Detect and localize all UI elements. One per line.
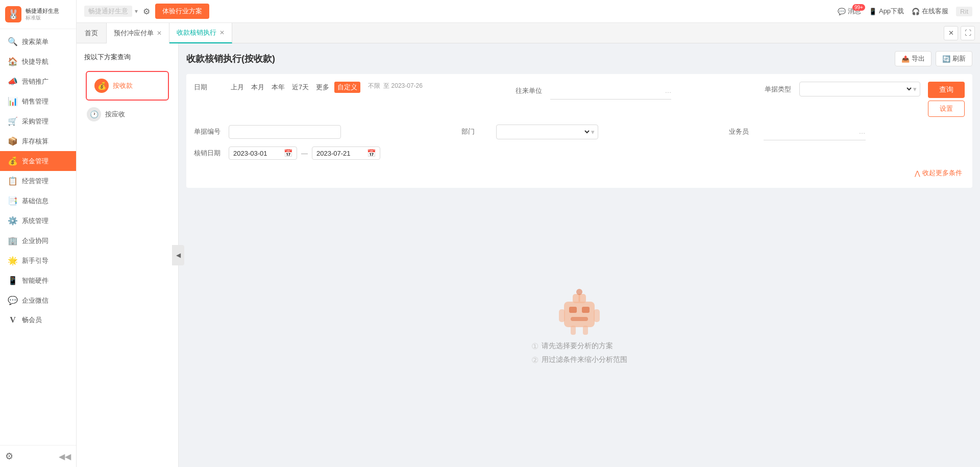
svg-rect-5 <box>594 309 600 322</box>
system-icon: ⚙️ <box>8 216 18 226</box>
sidebar-menu: 🔍 搜索菜单 🏠 快捷导航 📣 营销推广 📊 销售管理 🛒 采购管理 📦 库存核… <box>0 29 76 445</box>
search-menu-icon: 🔍 <box>8 37 18 46</box>
counterparty-input[interactable] <box>550 84 665 97</box>
by-receipt-icon: 💰 <box>94 79 109 93</box>
sidebar-item-system[interactable]: ⚙️ 系统管理 <box>0 211 76 231</box>
date-label: 日期 <box>194 83 225 92</box>
sidebar-item-label: 搜索菜单 <box>22 37 48 46</box>
verify-end-input[interactable] <box>316 150 365 157</box>
sidebar-item-search-menu[interactable]: 🔍 搜索菜单 <box>0 32 76 52</box>
sidebar-item-label: 库存核算 <box>22 137 48 146</box>
sidebar-item-marketing[interactable]: 📣 营销推广 <box>0 71 76 91</box>
logo-icon: 🐰 <box>5 6 21 22</box>
form-row-2: 单据编号 部门 ▾ <box>194 123 965 140</box>
shortcut-custom[interactable]: 自定义 <box>334 82 360 93</box>
dept-select[interactable] <box>497 125 591 139</box>
shortcut-this-year[interactable]: 本年 <box>270 82 287 93</box>
topbar-logo: 畅捷通好生意 ▾ <box>84 6 138 17</box>
sidebar-item-sales[interactable]: 📊 销售管理 <box>0 91 76 111</box>
empty-tip-2: ② 用过滤条件来缩小分析范围 <box>531 355 627 365</box>
message-badge: 99+ <box>852 4 865 11</box>
basic-info-icon: 📑 <box>8 196 18 206</box>
sidebar-item-label: 经营管理 <box>22 177 48 186</box>
sidebar-item-enterprise[interactable]: 🏢 企业协同 <box>0 231 76 251</box>
filter-panel: 按以下方案查询 ◀ 💰 按收款 🕐 按应收 <box>77 43 179 467</box>
verify-start-input[interactable] <box>233 150 282 157</box>
filter-option-label: 按应收 <box>105 110 125 119</box>
tab-home[interactable]: 首页 <box>77 23 107 43</box>
collapse-label: 收起更多条件 <box>922 168 962 178</box>
tab-prepay-close[interactable]: ✕ <box>157 30 162 37</box>
sidebar-item-smart-hw[interactable]: 📱 智能硬件 <box>0 271 76 290</box>
filter-option-by-receivable[interactable]: 🕐 按应收 <box>82 103 173 126</box>
tab-receipt-close[interactable]: ✕ <box>219 29 225 36</box>
topbar-logo-text: 畅捷通好生意 <box>84 6 132 17</box>
topbar-message[interactable]: 💬 消息 99+ <box>838 7 861 16</box>
tab-fullscreen-btn[interactable]: ⛶ <box>961 26 975 40</box>
filter-panel-title: 按以下方案查询 <box>77 48 178 66</box>
page-content: 按以下方案查询 ◀ 💰 按收款 🕐 按应收 收款核销执行(按收款) <box>77 43 980 467</box>
quick-nav-icon: 🏠 <box>8 57 18 66</box>
export-btn[interactable]: 📤 导出 <box>895 51 932 66</box>
topbar-gear-icon[interactable]: ⚙ <box>143 7 150 16</box>
refresh-icon: 🔄 <box>942 55 950 63</box>
topbar-user[interactable]: Rit <box>956 7 972 16</box>
filter-options: 💰 按收款 🕐 按应收 <box>77 66 178 128</box>
verify-start-calendar-icon[interactable]: 📅 <box>284 149 292 157</box>
industry-btn[interactable]: 体验行业方案 <box>155 4 209 19</box>
filter-panel-collapse-btn[interactable]: ◀ <box>172 245 184 265</box>
topbar-app-download[interactable]: 📱 App下载 <box>869 7 904 16</box>
verify-date-label: 核销日期 <box>194 149 225 158</box>
staff-label: 业务员 <box>729 127 760 136</box>
shortcut-7days[interactable]: 近7天 <box>290 82 311 93</box>
sidebar-item-operation[interactable]: 📋 经营管理 <box>0 171 76 191</box>
settings-icon[interactable]: ⚙ <box>5 451 13 462</box>
sidebar-item-inventory[interactable]: 📦 库存核算 <box>0 131 76 151</box>
sidebar-item-guide[interactable]: 🌟 新手引导 <box>0 251 76 271</box>
sidebar-item-label: 基础信息 <box>22 196 48 206</box>
tab-close-all-btn[interactable]: ✕ <box>944 26 958 40</box>
topbar-chevron-icon[interactable]: ▾ <box>135 8 138 15</box>
dept-label: 部门 <box>461 127 492 136</box>
sidebar-item-finance[interactable]: 💰 资金管理 <box>0 151 76 171</box>
sidebar-item-wechat[interactable]: 💬 企业微信 <box>0 290 76 310</box>
sidebar-item-quick-nav[interactable]: 🏠 快捷导航 <box>0 52 76 71</box>
sidebar-item-label: 企业协同 <box>22 236 48 245</box>
bill-no-input[interactable] <box>229 125 341 139</box>
verify-end-wrap: 📅 <box>312 146 380 160</box>
topbar-service[interactable]: 🎧 在线客服 <box>912 7 948 16</box>
empty-tip-1-text: 请先选择要分析的方案 <box>542 341 613 351</box>
verify-start-wrap: 📅 <box>229 146 297 160</box>
service-label: 在线客服 <box>922 7 948 16</box>
settings-btn[interactable]: 设置 <box>928 101 965 117</box>
shortcut-more[interactable]: 更多 <box>314 82 331 93</box>
bill-type-select[interactable] <box>800 82 913 96</box>
collapse-more-btn[interactable]: ⋀ 收起更多条件 <box>912 166 965 180</box>
topbar-right: 💬 消息 99+ 📱 App下载 🎧 在线客服 Rit <box>838 7 972 16</box>
sidebar-item-label: 企业微信 <box>22 296 48 305</box>
bill-type-dropdown-icon: ▾ <box>913 85 920 93</box>
collapse-sidebar-icon[interactable]: ◀◀ <box>59 452 71 461</box>
by-receivable-icon: 🕐 <box>87 107 101 121</box>
counterparty-more-icon[interactable]: … <box>665 87 671 94</box>
shortcut-this-month[interactable]: 本月 <box>249 82 266 93</box>
sidebar-item-label: 快捷导航 <box>22 57 48 66</box>
page-title-text: 收款核销执行(按收款) <box>186 53 275 65</box>
filter-option-by-receipt[interactable]: 💰 按收款 <box>89 75 165 97</box>
dept-dropdown-icon: ▾ <box>591 128 598 136</box>
staff-more-icon[interactable]: … <box>859 128 866 135</box>
tab-prepay[interactable]: 预付冲应付单 ✕ <box>107 23 169 43</box>
verify-end-calendar-icon[interactable]: 📅 <box>367 149 376 157</box>
tabbar: 首页 预付冲应付单 ✕ 收款核销执行 ✕ ✕ ⛶ <box>77 23 980 43</box>
sidebar-item-purchase[interactable]: 🛒 采购管理 <box>0 111 76 131</box>
logo-title: 畅捷通好生意 <box>26 7 59 14</box>
operation-icon: 📋 <box>8 176 18 186</box>
sidebar-item-basic-info[interactable]: 📑 基础信息 <box>0 191 76 211</box>
shortcut-last-month[interactable]: 上月 <box>229 82 246 93</box>
query-btn[interactable]: 查询 <box>928 82 965 98</box>
tab-receipt[interactable]: 收款核销执行 ✕ <box>169 23 232 43</box>
staff-input[interactable] <box>764 125 859 138</box>
refresh-btn[interactable]: 🔄 刷新 <box>936 51 972 66</box>
sidebar: 🐰 畅捷通好生意 标准版 🔍 搜索菜单 🏠 快捷导航 📣 营销推广 📊 销售管理… <box>0 0 77 467</box>
sidebar-item-member[interactable]: V 畅会员 <box>0 310 76 330</box>
